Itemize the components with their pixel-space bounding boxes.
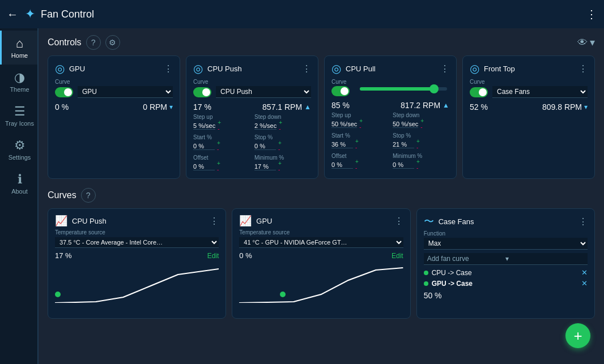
stop-val: 0 % [254,143,276,150]
minimum-val: 17 % [254,163,276,170]
case-fans-curve-card: 〜 Case Fans ⋮ Function Max Add fan curve… [416,208,595,319]
cpu-push-curve-stats: 17 % Edit [55,251,219,260]
cpu-pull-slider[interactable] [360,87,447,91]
cpu-push-temp-select[interactable]: 37.5 °C - Core Average - Intel Core… [55,237,219,248]
fan-remove-gpu[interactable]: ✕ [581,279,588,288]
gauge-icon: ◎ [55,62,65,75]
offset-minus[interactable]: - [217,167,220,173]
cpu-push-curve-label: Curve [193,79,311,85]
start-minus[interactable]: - [217,147,220,152]
cpu-push-curve-select[interactable]: CPU Push [216,86,311,98]
sidebar-item-tray[interactable]: ☰ Tray Icons [0,99,37,132]
gpu-expand-icon[interactable]: ▾ [169,103,173,111]
add-fan-curve-button[interactable]: Add fan curve ▾ [424,253,588,265]
add-fab-button[interactable]: + [565,323,590,348]
cpu-push-edit-button[interactable]: Edit [207,252,219,260]
start-plus[interactable]: + [217,140,220,146]
step-down-val: 2 %/sec [254,122,277,130]
header: ← ✦ Fan Control ⋮ [0,0,604,28]
front-top-expand-icon[interactable]: ▾ [584,103,588,111]
cpu-pull-percent: 85 % [331,101,350,110]
header-menu-button[interactable]: ⋮ [586,7,597,21]
case-fans-fn-select[interactable]: Max [424,238,588,250]
curves-title: Curves [48,190,76,200]
gpu-curve-percent: 0 % [239,251,252,260]
stop-plus[interactable]: + [278,140,282,146]
minimum-plus[interactable]: + [278,161,282,166]
gpu-edit-button[interactable]: Edit [392,252,403,260]
p-start-val: 36 % [331,141,353,148]
controls-header: Controls ? ⚙ 👁 ▾ [48,35,595,50]
front-top-card-menu[interactable]: ⋮ [579,63,588,74]
gpu-curve-select[interactable]: GPU [78,86,173,98]
step-down-plus[interactable]: + [279,120,282,126]
case-fans-curve-title: Case Fans [439,217,579,226]
gpu-curve-menu[interactable]: ⋮ [394,216,403,226]
sidebar-item-settings[interactable]: ⚙ Settings [0,132,37,166]
sidebar-item-label: Theme [10,86,29,93]
sidebar-item-about[interactable]: ℹ About [0,166,37,200]
gpu-control-card: ◎ GPU ⋮ Curve GPU 0 % 0 RPM ▾ [48,55,180,179]
controls-settings-button[interactable]: ⚙ [105,35,120,50]
add-fan-chevron: ▾ [505,255,584,263]
cpu-push-curve-menu[interactable]: ⋮ [210,216,219,226]
controls-view-button[interactable]: 👁 ▾ [577,36,595,49]
cpu-pull-card-title: CPU Pull [346,65,440,73]
gpu-card-menu[interactable]: ⋮ [164,63,173,74]
cpu-pull-rpm: 817.2 RPM [401,101,440,110]
front-top-rpm: 809.8 RPM [542,102,582,112]
sidebar-item-theme[interactable]: ◑ Theme [0,65,37,99]
front-top-curve-select[interactable]: Case Fans [492,86,588,98]
stop-minus[interactable]: - [278,147,282,152]
controls-help-button[interactable]: ? [86,35,101,50]
wave-chart-icon: 〜 [424,215,434,228]
front-top-card-title: Front Top [484,65,579,73]
line-chart-icon: 📈 [55,215,67,227]
case-fans-curve-menu[interactable]: ⋮ [579,216,588,227]
gpu-curve-stats: 0 % Edit [239,251,403,260]
controls-cards-grid: ◎ GPU ⋮ Curve GPU 0 % 0 RPM ▾ [48,55,595,179]
curves-cards-grid: 📈 CPU Push ⋮ Temperature source 37.5 °C … [48,208,595,319]
step-up-plus[interactable]: + [218,120,221,126]
gpu-toggle[interactable] [55,87,73,97]
front-top-curve-label: Curve [470,79,588,85]
case-fans-fn-label: Function [424,230,588,237]
front-top-control-card: ◎ Front Top ⋮ Curve Case Fans 52 % 809.8… [462,55,595,179]
cpu-pull-expand-icon[interactable]: ▲ [443,101,449,109]
controls-title: Controls [48,37,82,48]
fan-icon: ✦ [25,7,35,22]
cpu-push-card-menu[interactable]: ⋮ [302,63,311,74]
step-up-minus[interactable]: - [218,126,221,132]
fan-remove-cpu[interactable]: ✕ [581,268,588,277]
p-stop-label: Stop % [393,132,449,139]
about-icon: ℹ [18,172,22,187]
p-offset-label: Offset [331,153,388,159]
line-chart-icon: 📈 [239,215,252,227]
gpu-stats: 0 % 0 RPM ▾ [55,102,173,112]
curves-help-button[interactable]: ? [81,188,96,203]
cpu-push-stats: 17 % 857.1 RPM ▲ [193,102,311,112]
p-step-up-val: 50 %/sec [331,121,357,128]
cpu-pull-card-menu[interactable]: ⋮ [440,63,449,74]
back-button[interactable]: ← [7,8,18,21]
minimum-minus[interactable]: - [278,167,282,173]
cpu-push-toggle[interactable] [193,87,211,97]
cpu-pull-toggle[interactable] [331,86,350,96]
front-top-toggle[interactable] [470,87,488,97]
offset-plus[interactable]: + [217,161,220,166]
cpu-pull-stats: 85 % 817.2 RPM ▲ [331,101,449,110]
start-label: Start % [193,134,250,140]
cpu-pull-control-card: ◎ CPU Pull ⋮ Curve 85 % [324,55,457,179]
p-step-down-val: 50 %/sec [393,121,418,128]
gpu-temp-select[interactable]: 41 °C - GPU - NVIDIA GeForce GT… [239,237,403,248]
p-stop-val: 21 % [393,141,414,148]
cpu-push-curve-percent: 17 % [55,251,72,260]
sidebar-item-home[interactable]: ⌂ Home [0,31,37,65]
fan-name-gpu: GPU -> Case [432,280,473,288]
cpu-push-expand-icon[interactable]: ▲ [304,103,311,111]
step-down-minus[interactable]: - [279,126,282,132]
cpu-push-percent: 17 % [193,102,211,112]
cpu-push-curve-card: 📈 CPU Push ⋮ Temperature source 37.5 °C … [48,208,226,319]
cpu-push-details: Step up 5 %/sec + - Step down 2 %/sec [193,114,311,173]
p-minimum-label: Minimum % [393,153,449,159]
